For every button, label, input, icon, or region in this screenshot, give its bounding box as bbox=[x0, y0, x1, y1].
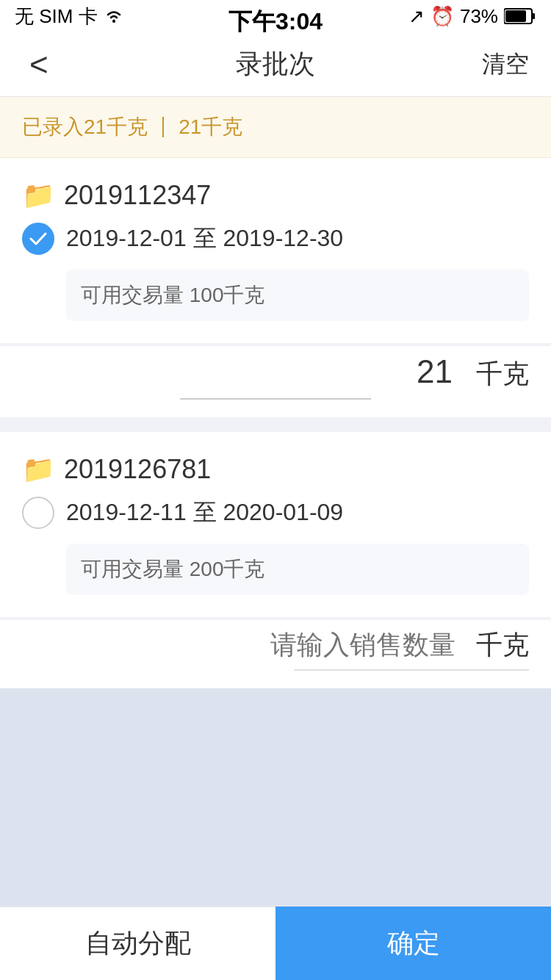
info-banner: 已录入21千克 21千克 bbox=[0, 97, 551, 158]
carrier-text: 无 SIM 卡 bbox=[15, 4, 98, 29]
nav-bar: < 录批次 清空 bbox=[0, 32, 551, 97]
wifi-icon bbox=[104, 9, 124, 24]
batch-id-row-1: 📁 2019112347 bbox=[22, 180, 529, 211]
input-unit-2: 千克 bbox=[476, 627, 529, 663]
batch-date-row-1[interactable]: 2019-12-01 至 2019-12-30 bbox=[22, 223, 529, 255]
batch-card-1: 📁 2019112347 2019-12-01 至 2019-12-30 可用交… bbox=[0, 158, 551, 343]
info-divider bbox=[162, 117, 164, 137]
batch-id-row-2: 📁 2019126781 bbox=[22, 454, 529, 485]
battery-icon bbox=[504, 8, 536, 24]
location-icon: ↗ bbox=[408, 5, 425, 28]
battery-percent: 73% bbox=[460, 5, 498, 28]
batch-availability-1: 可用交易量 100千克 bbox=[66, 270, 529, 321]
quantity-divider-1 bbox=[180, 398, 371, 400]
radio-1[interactable] bbox=[22, 223, 54, 255]
radio-2[interactable] bbox=[22, 497, 54, 529]
status-right: ↗ ⏰ 73% bbox=[408, 5, 536, 28]
batch-id-2: 2019126781 bbox=[64, 454, 211, 485]
info-recorded: 已录入21千克 bbox=[22, 113, 148, 141]
svg-rect-2 bbox=[532, 13, 535, 19]
footer: 自动分配 确定 bbox=[0, 907, 551, 980]
auto-distribute-button[interactable]: 自动分配 bbox=[0, 907, 276, 980]
batch-date-1: 2019-12-01 至 2019-12-30 bbox=[66, 223, 343, 255]
alarm-icon: ⏰ bbox=[431, 5, 454, 28]
quantity-input-area-2[interactable]: 千克 bbox=[0, 620, 551, 688]
page-title: 录批次 bbox=[236, 46, 315, 82]
quantity-input-2[interactable] bbox=[22, 630, 464, 660]
batch-date-2: 2019-12-11 至 2020-01-09 bbox=[66, 497, 343, 529]
status-left: 无 SIM 卡 bbox=[15, 4, 124, 29]
quantity-value-1: 21 bbox=[417, 353, 453, 390]
quantity-unit-1: 千克 bbox=[476, 356, 529, 392]
input-divider-2 bbox=[294, 669, 529, 671]
batch-icon-2: 📁 bbox=[22, 454, 55, 485]
batch-icon-1: 📁 bbox=[22, 180, 55, 211]
section-gap-1 bbox=[0, 417, 551, 432]
batch-availability-2: 可用交易量 200千克 bbox=[66, 544, 529, 595]
clear-button[interactable]: 清空 bbox=[482, 48, 529, 81]
svg-point-0 bbox=[112, 20, 115, 23]
batch-date-row-2[interactable]: 2019-12-11 至 2020-01-09 bbox=[22, 497, 529, 529]
confirm-button[interactable]: 确定 bbox=[276, 907, 551, 980]
quantity-input-area-1: 21 千克 bbox=[0, 346, 551, 417]
batch-id-1: 2019112347 bbox=[64, 180, 211, 211]
batch-card-2: 📁 2019126781 2019-12-11 至 2020-01-09 可用交… bbox=[0, 432, 551, 617]
main-content: 已录入21千克 21千克 📁 2019112347 2019-12-01 至 2… bbox=[0, 97, 551, 980]
svg-rect-3 bbox=[505, 10, 526, 22]
status-bar: 无 SIM 卡 下午3:04 ↗ ⏰ 73% bbox=[0, 0, 551, 32]
back-button[interactable]: < bbox=[22, 39, 56, 90]
info-value: 21千克 bbox=[179, 113, 242, 141]
